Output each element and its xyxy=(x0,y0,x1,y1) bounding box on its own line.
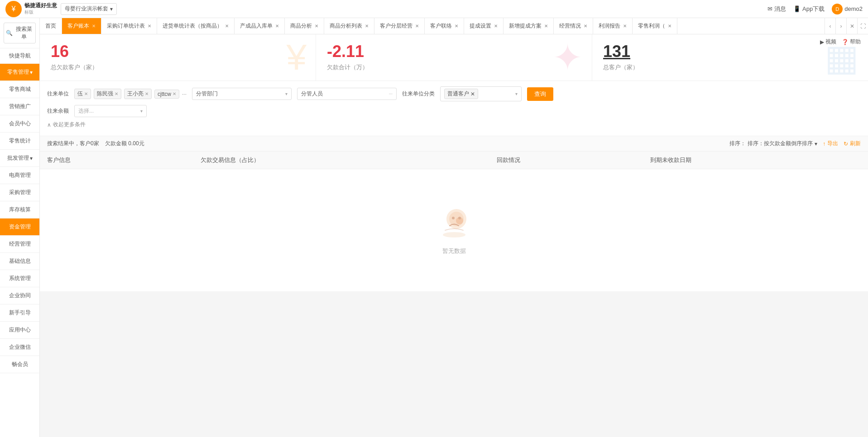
tab-customer-account[interactable]: 客户账本 ✕ xyxy=(62,18,101,34)
sidebar-item-label: 系统管理 xyxy=(9,275,31,281)
tab-close-icon[interactable]: ✕ xyxy=(365,24,369,28)
tab-close-icon[interactable]: ✕ xyxy=(668,24,671,28)
topbar-left: ¥ 畅捷通好生意 标版 母婴行业演示帐套 ▾ xyxy=(5,1,117,17)
sidebar-item-retail-mgmt[interactable]: 零售管理 ▾ xyxy=(0,64,39,81)
tab-close-icon[interactable]: ✕ xyxy=(225,24,229,28)
chevron-down-icon: ▾ xyxy=(30,69,33,76)
sidebar-item-enterprise-collab[interactable]: 企业协同 xyxy=(0,287,39,304)
tag-remove-icon[interactable]: ✕ xyxy=(173,91,176,96)
message-btn[interactable]: ✉ 消息 xyxy=(767,5,786,13)
tab-close-icon[interactable]: ✕ xyxy=(92,24,96,28)
tab-profit-report[interactable]: 利润报告 ✕ xyxy=(593,18,633,34)
sidebar-item-ecommerce-mgmt[interactable]: 电商管理 xyxy=(0,167,39,184)
col-repayment: 回款情况 xyxy=(489,152,643,169)
refresh-btn[interactable]: ↻ 刷新 xyxy=(844,140,861,147)
tab-scroll-left[interactable]: ‹ xyxy=(825,18,835,34)
filter-tag-cjttcw: cjttcw ✕ xyxy=(154,90,179,99)
collapse-filters-btn[interactable]: ∧ 收起更多条件 xyxy=(47,121,861,128)
tab-close-icon[interactable]: ✕ xyxy=(544,24,548,28)
tab-close-all[interactable]: ✕ xyxy=(846,18,857,34)
logo-sub: 标版 xyxy=(24,9,57,15)
tab-close-icon[interactable]: ✕ xyxy=(148,24,151,28)
tab-label: 经营情况 xyxy=(559,22,581,30)
tab-close-icon[interactable]: ✕ xyxy=(584,24,587,28)
sidebar-item-retail-mall[interactable]: 零售商城 xyxy=(0,81,39,98)
balance-select[interactable]: 选择... ▾ xyxy=(74,105,147,117)
tab-goods-analysis-list[interactable]: 商品分析列表 ✕ xyxy=(324,18,374,34)
tab-purchase-order[interactable]: 采购订单统计表 ✕ xyxy=(101,18,157,34)
sidebar-item-retail-stats[interactable]: 零售统计 xyxy=(0,133,39,150)
tab-close-icon[interactable]: ✕ xyxy=(623,24,627,28)
sidebar-item-label: 零售管理 xyxy=(7,68,29,76)
sidebar-item-app-center[interactable]: 应用中心 xyxy=(0,322,39,339)
dept-placeholder: 分管部门 xyxy=(196,90,218,98)
filter-row-1: 往来单位 伍 ✕ 陈民强 ✕ 王小亮 xyxy=(47,86,861,101)
sidebar-item-label: 应用中心 xyxy=(9,327,31,333)
sidebar-item-finance-mgmt[interactable]: 资金管理 xyxy=(0,218,39,236)
sidebar-item-operations-mgmt[interactable]: 经营管理 xyxy=(0,236,39,253)
sidebar-item-member-center[interactable]: 会员中心 xyxy=(0,115,39,133)
message-icon: ✉ xyxy=(767,5,772,12)
sort-select[interactable]: 排序： 排序：按欠款金额倒序排序 ▾ xyxy=(729,140,817,147)
tab-label: 客户联络 xyxy=(430,22,452,30)
sidebar-item-inventory[interactable]: 库存核算 xyxy=(0,201,39,218)
tab-customer-contact[interactable]: 客户联络 ✕ xyxy=(425,18,464,34)
main-layout: 🔍 搜索菜单 快捷导航 零售管理 ▾ 零售商城 营销推广 会员中心 零售统计 批… xyxy=(0,18,868,437)
filter-row-2: 往来余额 选择... ▾ xyxy=(47,105,861,117)
sidebar-item-basic-info[interactable]: 基础信息 xyxy=(0,253,39,270)
search-menu-button[interactable]: 🔍 搜索菜单 xyxy=(4,23,36,43)
tab-production-in[interactable]: 产成品入库单 ✕ xyxy=(235,18,285,34)
credit-amount-text: 欠款金额 0.00元 xyxy=(105,140,144,147)
balance-placeholder: 选择... xyxy=(78,107,94,115)
tab-scroll-right[interactable]: › xyxy=(835,18,846,34)
svg-point-0 xyxy=(443,232,465,238)
edition-select[interactable]: 母婴行业演示帐套 ▾ xyxy=(61,3,117,15)
tab-home[interactable]: 首页 xyxy=(40,18,62,34)
tab-expand[interactable]: ⛶ xyxy=(857,18,868,34)
export-btn[interactable]: ↑ 导出 xyxy=(823,140,838,147)
user-avatar[interactable]: D demo2 xyxy=(832,4,863,14)
tab-promotion-settings[interactable]: 提成设置 ✕ xyxy=(464,18,504,34)
person-select[interactable]: 分管人员 ··· xyxy=(297,88,397,100)
empty-state: 暂无数据 xyxy=(40,169,868,291)
tab-operation-status[interactable]: 经营情况 ✕ xyxy=(554,18,593,34)
tab-goods-analysis[interactable]: 商品分析 ✕ xyxy=(285,18,324,34)
chevron-down-icon: ▾ xyxy=(110,6,113,12)
tab-close-icon[interactable]: ✕ xyxy=(275,24,279,28)
dept-select[interactable]: 分管部门 ▾ xyxy=(192,88,292,100)
sidebar-item-new-guide[interactable]: 新手引导 xyxy=(0,304,39,322)
tab-purchase-stat[interactable]: 进货单统计表（按商品） ✕ xyxy=(157,18,235,34)
tab-retail-profit[interactable]: 零售利润（ ✕ xyxy=(633,18,677,34)
stats-row: ¥ 16 总欠款客户（家） ✦ -2.11 欠款合计（万） ▦ 131 总客户（… xyxy=(40,34,868,81)
tab-close-icon[interactable]: ✕ xyxy=(315,24,318,28)
sidebar-item-vip-member[interactable]: 畅会员 xyxy=(0,356,39,373)
filter-more-btn[interactable]: ··· xyxy=(182,91,187,97)
tag-remove-icon[interactable]: ✕ xyxy=(145,91,149,96)
tag-remove-icon[interactable]: ✕ xyxy=(115,91,118,96)
tab-customer-tier[interactable]: 客户分层经营 ✕ xyxy=(374,18,425,34)
sidebar-item-system-mgmt[interactable]: 系统管理 xyxy=(0,270,39,287)
tag-remove-icon[interactable]: ✕ xyxy=(470,91,475,97)
sidebar-item-wholesale-mgmt[interactable]: 批发管理 ▾ xyxy=(0,150,39,167)
tab-new-promotion[interactable]: 新增提成方案 ✕ xyxy=(504,18,554,34)
sidebar-item-enterprise-wechat[interactable]: 企业微信 xyxy=(0,339,39,356)
sidebar-item-label: 畅会员 xyxy=(12,361,28,367)
search-icon: 🔍 xyxy=(6,30,13,36)
sidebar-item-label: 库存核算 xyxy=(9,206,31,213)
sidebar-item-purchase-mgmt[interactable]: 采购管理 xyxy=(0,184,39,201)
logo-text-area: 畅捷通好生意 标版 xyxy=(24,2,57,16)
tag-label: 王小亮 xyxy=(127,90,144,98)
tab-close-icon[interactable]: ✕ xyxy=(455,24,458,28)
sidebar-item-label: 零售统计 xyxy=(9,138,31,144)
sidebar-item-label: 零售商城 xyxy=(9,86,31,92)
app-download-btn[interactable]: 📱 App下载 xyxy=(793,5,825,13)
tag-remove-icon[interactable]: ✕ xyxy=(84,91,88,96)
unit-type-select[interactable]: 普通客户 ✕ ▾ xyxy=(440,86,522,101)
quick-nav-button[interactable]: 快捷导航 xyxy=(0,48,39,64)
tab-close-icon[interactable]: ✕ xyxy=(494,24,498,28)
sidebar-item-marketing[interactable]: 营销推广 xyxy=(0,98,39,115)
search-button[interactable]: 查询 xyxy=(527,87,553,101)
col-credit-info: 欠款交易信息（占比） xyxy=(193,152,489,169)
tab-close-icon[interactable]: ✕ xyxy=(415,24,419,28)
result-bar: 搜索结果中，客户0家 欠款金额 0.00元 排序： 排序：按欠款金额倒序排序 ▾… xyxy=(40,136,868,152)
